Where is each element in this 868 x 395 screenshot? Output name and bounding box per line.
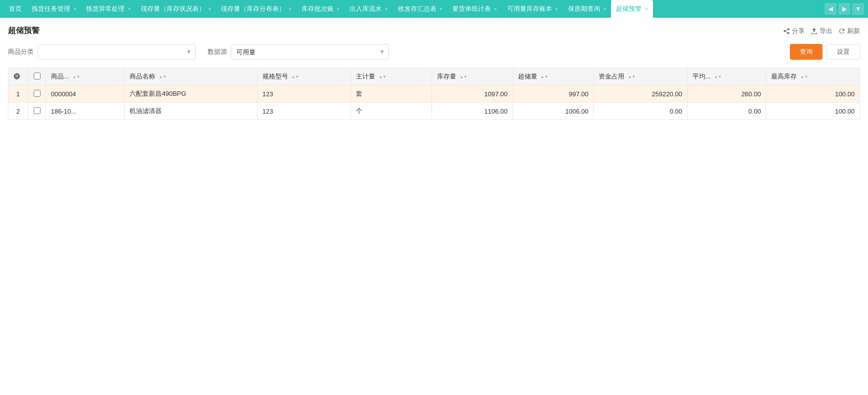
- col-check-header[interactable]: [28, 68, 46, 85]
- col-settings[interactable]: [8, 68, 28, 85]
- category-select[interactable]: [38, 44, 196, 60]
- col-product-code-header[interactable]: 商品... ▲▼: [46, 68, 125, 85]
- row-index-1: 1: [8, 85, 28, 103]
- row-product-name-1: 六配套新昌490BPG: [125, 85, 257, 103]
- nav-overflow[interactable]: 超储预警 ×: [611, 0, 652, 18]
- nav-exception[interactable]: 拣货异常处理 ×: [81, 0, 135, 18]
- share-button[interactable]: 分享: [783, 27, 805, 36]
- set-button[interactable]: 设置: [826, 44, 860, 60]
- col-spec-header[interactable]: 规格型号 ▲▼: [257, 68, 351, 85]
- datasource-select-wrap: 可用量 库存量 ▼: [231, 44, 389, 60]
- row-capital-2: 0.00: [594, 103, 688, 120]
- page-title: 超储预警: [8, 26, 40, 36]
- nav-stock-status[interactable]: 现存量（库存状况表） ×: [136, 0, 216, 18]
- col-unit-header[interactable]: 主计量 ▲▼: [351, 68, 432, 85]
- export-icon: [811, 28, 818, 35]
- close-stock-dist[interactable]: ×: [288, 6, 291, 12]
- row-overflow-1: 997.00: [513, 85, 594, 103]
- refresh-icon: [838, 28, 845, 35]
- filter-row: 商品分类 ▼ 数据源 可用量 库存量 ▼ 查询 设置: [8, 44, 860, 60]
- category-filter: 商品分类 ▼: [8, 44, 196, 60]
- row-check-1[interactable]: [28, 85, 46, 103]
- row-unit-2: 个: [351, 103, 432, 120]
- sort-overflow-icon[interactable]: ▲▼: [540, 75, 548, 79]
- nav-available[interactable]: 可用量库存账本 ×: [502, 0, 563, 18]
- nav-demand[interactable]: 要货单统计表 ×: [447, 0, 502, 18]
- sort-avg-icon[interactable]: ▲▼: [714, 75, 722, 79]
- row-stock-1: 1097.00: [432, 85, 513, 103]
- table-header-row: 商品... ▲▼ 商品名称 ▲▼ 规格型号 ▲▼ 主计量 ▲▼ 库存量 ▲▼: [8, 68, 860, 85]
- nav-home[interactable]: 首页: [4, 0, 27, 18]
- close-stock-status[interactable]: ×: [208, 6, 211, 12]
- row-check-2[interactable]: [28, 103, 46, 120]
- row-max-stock-1: 100.00: [766, 85, 860, 103]
- close-task-mgmt[interactable]: ×: [73, 6, 76, 12]
- share-icon: [783, 28, 790, 35]
- row-avg-1: 260.00: [687, 85, 766, 103]
- nav-task-mgmt[interactable]: 拣货任务管理 ×: [27, 0, 81, 18]
- row-product-code-2: 186-10...: [46, 103, 125, 120]
- sort-spec-icon[interactable]: ▲▼: [291, 75, 299, 79]
- col-capital-header[interactable]: 资金占用 ▲▼: [594, 68, 688, 85]
- row-capital-1: 259220.00: [594, 85, 688, 103]
- close-demand[interactable]: ×: [494, 6, 497, 12]
- col-product-name-header[interactable]: 商品名称 ▲▼: [125, 68, 257, 85]
- nav-summary[interactable]: 收发存汇总表 ×: [393, 0, 447, 18]
- query-button[interactable]: 查询: [790, 44, 823, 60]
- nav-next-arrow[interactable]: ▶: [838, 3, 850, 15]
- topbar: 首页 拣货任务管理 × 拣货异常处理 × 现存量（库存状况表） × 现存量（库存…: [0, 0, 868, 18]
- category-label: 商品分类: [8, 47, 34, 56]
- close-available[interactable]: ×: [555, 6, 558, 12]
- sort-product-name-icon[interactable]: ▲▼: [159, 75, 167, 79]
- close-inout[interactable]: ×: [385, 6, 388, 12]
- category-select-wrap: ▼: [38, 44, 196, 60]
- nav-more-arrow[interactable]: ▼: [852, 3, 864, 15]
- col-max-stock-header[interactable]: 最高库存 ▲▼: [766, 68, 860, 85]
- filter-actions: 查询 设置: [790, 44, 860, 60]
- nav-arrows: ◀ ▶ ▼: [825, 3, 864, 15]
- datasource-label: 数据源: [208, 47, 227, 56]
- close-overflow[interactable]: ×: [645, 6, 648, 12]
- datasource-filter: 数据源 可用量 库存量 ▼: [208, 44, 389, 60]
- nav-prev-arrow[interactable]: ◀: [825, 3, 836, 15]
- sort-product-code-icon[interactable]: ▲▼: [72, 75, 80, 79]
- row-max-stock-2: 100.00: [766, 103, 860, 120]
- sort-max-stock-icon[interactable]: ▲▼: [800, 75, 808, 79]
- sort-unit-icon[interactable]: ▲▼: [379, 75, 387, 79]
- row-spec-1: 123: [257, 85, 351, 103]
- row-product-name-2: 机油滤清器: [125, 103, 257, 120]
- nav-batch[interactable]: 库存批次账 ×: [297, 0, 345, 18]
- header-actions: 分享 导出 刷新: [783, 27, 860, 36]
- close-exception[interactable]: ×: [128, 6, 130, 12]
- data-table: 商品... ▲▼ 商品名称 ▲▼ 规格型号 ▲▼ 主计量 ▲▼ 库存量 ▲▼: [8, 68, 860, 120]
- select-all-checkbox[interactable]: [34, 73, 41, 79]
- main-content: 超储预警 分享 导出 刷新 商品: [0, 18, 868, 395]
- nav-stock-dist[interactable]: 现存量（库存分布表） ×: [216, 0, 296, 18]
- row-checkbox-1[interactable]: [34, 90, 41, 97]
- row-spec-2: 123: [257, 103, 351, 120]
- row-checkbox-2[interactable]: [34, 107, 41, 114]
- nav-inout[interactable]: 出入库流水 ×: [345, 0, 392, 18]
- row-index-2: 2: [8, 103, 28, 120]
- datasource-select[interactable]: 可用量 库存量: [231, 44, 389, 60]
- row-overflow-2: 1006.00: [513, 103, 594, 120]
- col-avg-header[interactable]: 平均... ▲▼: [687, 68, 766, 85]
- gear-icon: [13, 73, 20, 79]
- export-button[interactable]: 导出: [811, 27, 832, 36]
- nav-quality[interactable]: 保质期查询 ×: [563, 0, 611, 18]
- row-stock-2: 1106.00: [432, 103, 513, 120]
- row-unit-1: 套: [351, 85, 432, 103]
- table-row: 1 0000004 六配套新昌490BPG 123 套 1097.00 997.…: [8, 85, 860, 103]
- close-batch[interactable]: ×: [337, 6, 340, 12]
- close-quality[interactable]: ×: [603, 6, 606, 12]
- table-row: 2 186-10... 机油滤清器 123 个 1106.00 1006.00 …: [8, 103, 860, 120]
- page-header: 超储预警 分享 导出 刷新: [8, 26, 860, 36]
- refresh-button[interactable]: 刷新: [838, 27, 860, 36]
- row-product-code-1: 0000004: [46, 85, 125, 103]
- close-summary[interactable]: ×: [439, 6, 442, 12]
- col-overflow-header[interactable]: 超储量 ▲▼: [513, 68, 594, 85]
- sort-stock-icon[interactable]: ▲▼: [460, 75, 468, 79]
- sort-capital-icon[interactable]: ▲▼: [628, 75, 636, 79]
- row-avg-2: 0.00: [687, 103, 766, 120]
- col-stock-header[interactable]: 库存量 ▲▼: [432, 68, 513, 85]
